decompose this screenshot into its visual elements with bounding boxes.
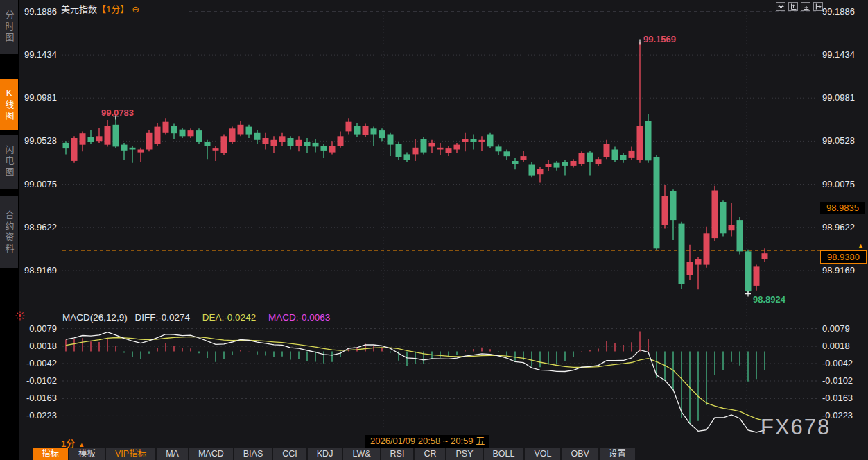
session-high-label: 99.1569 (643, 34, 676, 44)
axis-tick-label: 99.0981 (822, 92, 855, 103)
toolbar-item-CCI[interactable]: CCI (273, 448, 306, 460)
toolbar-item-模板[interactable]: 模板 (69, 448, 105, 460)
price-axis-left: 99.188699.143499.098199.052899.007598.96… (0, 0, 58, 444)
collapse-icon[interactable]: ⊖ (132, 4, 139, 15)
axis-tick-label: 0.0018 (822, 341, 850, 352)
macd-diff-line (66, 332, 765, 432)
axis-tick-label: 0.0079 (822, 323, 850, 334)
popout-icon[interactable] (813, 2, 823, 11)
axis-tick-label: 98.9622 (24, 222, 57, 233)
y-axis-scale-icon[interactable] (788, 2, 798, 11)
toolbar-item-MA[interactable]: MA (157, 448, 188, 460)
pan-icon[interactable] (776, 2, 785, 11)
macd-legend: MACD(26,12,9) DIFF:-0.0274 DEA:-0.0242 M… (62, 312, 330, 323)
axis-tick-label: 99.0981 (24, 92, 57, 103)
toolbar-item-指标[interactable]: 指标 (33, 448, 68, 460)
toolbar-item-LW&[interactable]: LW& (343, 448, 379, 460)
last-price-marker-icon: ▲ (858, 243, 864, 249)
toolbar-item-设置[interactable]: 设置 (600, 448, 635, 460)
toolbar-item-KDJ[interactable]: KDJ (308, 448, 342, 460)
axis-tick-label: 99.0528 (822, 135, 855, 146)
axis-tick-label: -0.0163 (822, 393, 853, 404)
axis-tick-label: 98.9622 (822, 222, 855, 233)
axis-tick-label: 98.9169 (822, 265, 855, 276)
macd-macd-value: MACD:-0.0063 (268, 312, 330, 323)
axis-tick-label: 0.0018 (29, 341, 57, 352)
axis-tick-label: -0.0042 (822, 358, 853, 369)
period-arrow-icon: ▲ (78, 441, 85, 448)
candles-group (63, 42, 768, 294)
period-label: 1分 (61, 438, 75, 449)
kline-app: 分时图K线图闪电图合约资料 美元指数【1分】⊖ 99.188699.143499… (0, 0, 868, 460)
axis-tick-label: 99.1434 (822, 49, 855, 60)
swing-high-label: 99.0783 (101, 108, 134, 118)
axis-tick-label: -0.0102 (822, 375, 853, 386)
macd-dea-line (66, 337, 765, 420)
toolbar-item-CR[interactable]: CR (415, 448, 445, 460)
indicator-toolbar: 指标模板VIP指标MAMACDBIASCCIKDJLW&RSICRPSYBOLL… (33, 448, 635, 460)
session-low-label: 98.8924 (753, 294, 785, 305)
axis-tick-label: -0.0163 (26, 393, 57, 404)
candlestick-plot[interactable] (0, 0, 868, 460)
chart-title: 美元指数【1分】⊖ (61, 2, 139, 15)
axis-tick-label: 98.9169 (24, 265, 57, 276)
axis-tick-label: -0.0102 (26, 375, 57, 386)
axis-tick-label: 99.0075 (24, 179, 57, 190)
axis-tick-label: 0.0079 (29, 323, 57, 334)
axis-tick-label: 99.1886 (24, 6, 57, 17)
axis-tick-label: -0.0223 (26, 410, 57, 421)
axis-tick-label: 99.0528 (24, 135, 57, 146)
axis-tick-label: 99.0075 (822, 179, 855, 190)
toolbar-item-PSY[interactable]: PSY (446, 448, 482, 460)
macd-dea-value: DEA:-0.0242 (202, 312, 256, 323)
time-range-label: 2026/01/09 20:58 ~ 20:59 五 (365, 435, 489, 448)
toolbar-item-RSI[interactable]: RSI (381, 448, 414, 460)
toolbar-item-BIAS[interactable]: BIAS (234, 448, 272, 460)
indicator-settings-icon[interactable] (15, 311, 25, 323)
macd-diff-value: DIFF:-0.0274 (135, 312, 191, 323)
toolbar-item-VOL[interactable]: VOL (525, 448, 560, 460)
macd-name: MACD(26,12,9) (62, 312, 128, 323)
axis-tick-label: -0.0042 (26, 358, 57, 369)
window-controls (776, 2, 823, 11)
price-axis-right: 99.188699.143499.098199.052899.007598.96… (822, 0, 868, 444)
axis-tick-label: 99.1886 (822, 6, 855, 17)
watermark: FX678 (761, 415, 831, 440)
axis-tick-label: 99.1434 (24, 49, 57, 60)
ref-price-box: 98.9835 (820, 202, 865, 214)
last-price-box: 98.9380 (820, 250, 867, 264)
period-tag: 【1分】 (97, 4, 129, 15)
x-axis-scale-icon[interactable] (801, 2, 810, 11)
toolbar-item-MACD[interactable]: MACD (189, 448, 233, 460)
toolbar-item-BOLL[interactable]: BOLL (484, 448, 524, 460)
symbol-name: 美元指数 (61, 4, 97, 15)
toolbar-item-VIP指标[interactable]: VIP指标 (106, 448, 155, 460)
toolbar-item-OBV[interactable]: OBV (562, 448, 598, 460)
